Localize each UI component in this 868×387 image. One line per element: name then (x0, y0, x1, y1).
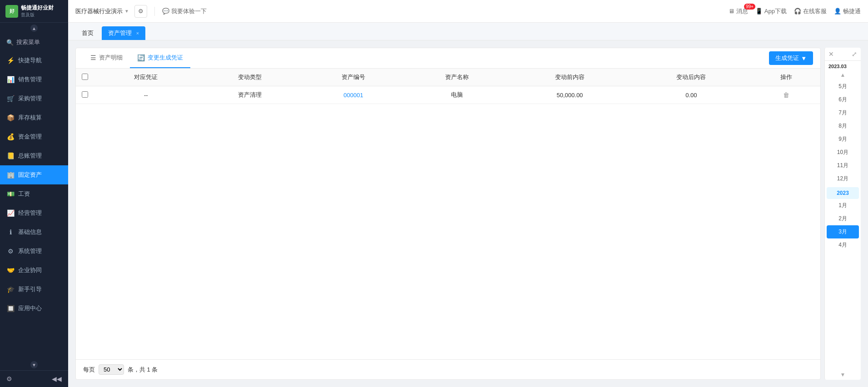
sidebar-logo-text: 畅捷通好业财 普及版 (21, 4, 54, 18)
fixed-assets-icon: 🏢 (6, 171, 15, 179)
date-month-5[interactable]: 5月 (825, 80, 861, 93)
cell-ops: 🗑 (752, 86, 820, 104)
finance-icon: 💰 (6, 133, 15, 140)
sidebar-item-cooperation[interactable]: 🤝 企业协同 (0, 261, 68, 280)
per-page-select[interactable]: 10 20 50 100 (99, 364, 124, 375)
delete-row-button[interactable]: 🗑 (783, 91, 789, 99)
operations-icon: 📈 (6, 209, 15, 217)
col-asset-no: 资产编号 (302, 69, 405, 86)
generate-voucher-label: 生成凭证 (775, 54, 799, 62)
inner-tab-asset-detail[interactable]: ☰ 资产明细 (83, 48, 130, 68)
sidebar-item-label: 快捷导航 (18, 56, 42, 64)
sidebar-item-inventory[interactable]: 📦 库存核算 (0, 108, 68, 127)
sidebar-item-app-center[interactable]: 🔲 应用中心 (0, 299, 68, 318)
feedback-button[interactable]: 💬 我要体验一下 (162, 7, 207, 15)
date-month-list: 5月 6月 7月 8月 9月 10月 11月 12月 2023 1月 2月 3月… (825, 80, 861, 370)
tab-close-button[interactable]: × (136, 30, 139, 36)
customer-service-button[interactable]: 🎧 在线客服 (794, 7, 827, 15)
col-after: 变动后内容 (630, 69, 752, 86)
generate-voucher-button[interactable]: 生成凭证 ▼ (769, 51, 813, 65)
cell-before: 50,000.00 (509, 86, 631, 104)
tab-home[interactable]: 首页 (75, 26, 100, 40)
sidebar-item-label: 总账管理 (18, 152, 42, 160)
date-month-11[interactable]: 11月 (825, 159, 861, 172)
per-page-label: 每页 (83, 366, 95, 374)
date-month-10[interactable]: 10月 (825, 146, 861, 159)
date-scroll-up-button[interactable]: ▲ (825, 70, 861, 80)
ledger-icon: 📒 (6, 152, 15, 159)
date-month-12[interactable]: 12月 (825, 172, 861, 185)
sidebar-item-system[interactable]: ⚙ 系统管理 (0, 242, 68, 261)
row-checkbox[interactable] (82, 91, 88, 98)
date-month-2[interactable]: 2月 (825, 212, 861, 225)
tab-asset-management[interactable]: 资产管理 × (102, 26, 145, 40)
date-month-4[interactable]: 4月 (825, 238, 861, 252)
download-icon: 📱 (755, 8, 763, 15)
sidebar-item-label: 采购管理 (18, 94, 42, 103)
inner-tab-change-voucher[interactable]: 🔄 变更生成凭证 (130, 48, 190, 68)
col-voucher: 对应凭证 (94, 69, 198, 86)
sidebar-item-basic-info[interactable]: ℹ 基础信息 (0, 223, 68, 242)
inner-tabs-actions: 生成凭证 ▼ (769, 51, 813, 65)
sidebar-item-ledger[interactable]: 📒 总账管理 (0, 146, 68, 165)
row-checkbox-cell (76, 86, 94, 104)
date-panel-close-button[interactable]: ✕ (828, 50, 834, 58)
sidebar-item-fixed-assets[interactable]: 🏢 固定资产 (0, 165, 68, 184)
sidebar-item-purchase[interactable]: 🛒 采购管理 (0, 89, 68, 108)
inner-tabs: ☰ 资产明细 🔄 变更生成凭证 生成凭证 ▼ (76, 48, 820, 69)
sidebar-search[interactable]: 🔍 搜索菜单 (0, 34, 68, 51)
quick-nav-icon: ⚡ (6, 57, 15, 64)
user-avatar[interactable]: 👤 畅捷通 (834, 7, 861, 15)
headset-icon: 🎧 (794, 8, 801, 15)
cell-change-type: 资产清理 (198, 86, 301, 104)
table-icon: ☰ (90, 54, 96, 61)
app-download-button[interactable]: 📱 App下载 (755, 7, 787, 15)
date-month-7[interactable]: 7月 (825, 106, 861, 119)
guide-icon: 🎓 (6, 286, 15, 293)
sidebar-item-guide[interactable]: 🎓 新手引导 (0, 280, 68, 299)
date-scroll-down-button[interactable]: ▼ (825, 370, 861, 380)
sidebar-item-label: 企业协同 (18, 266, 42, 274)
total-text: 条，共 1 条 (128, 366, 158, 374)
date-month-1[interactable]: 1月 (825, 199, 861, 212)
date-month-9[interactable]: 9月 (825, 133, 861, 146)
cell-voucher: -- (94, 86, 198, 104)
sidebar-scroll-down[interactable]: ▼ (30, 361, 38, 368)
settings-icon[interactable]: ⚙ (6, 375, 12, 382)
collapse-icon[interactable]: ◀◀ (52, 375, 62, 382)
gear-icon: ⚙ (138, 8, 144, 15)
sidebar-search-label: 搜索菜单 (16, 38, 40, 46)
date-panel-expand-button[interactable]: ⤢ (852, 50, 857, 58)
company-selector[interactable]: 医疗器械行业演示 ▼ (75, 7, 129, 15)
date-month-3[interactable]: 3月 (827, 225, 859, 238)
sidebar-scroll-up[interactable]: ▲ (30, 25, 38, 32)
select-all-cell (76, 69, 94, 86)
sales-icon: 📊 (6, 76, 15, 83)
feedback-label: 我要体验一下 (171, 7, 207, 15)
settings-button[interactable]: ⚙ (134, 5, 147, 18)
col-asset-name: 资产名称 (405, 69, 509, 86)
tab-home-label: 首页 (82, 30, 94, 36)
message-icon: 🖥 (729, 8, 734, 15)
divider (154, 7, 155, 16)
inner-tab-asset-detail-label: 资产明细 (99, 54, 123, 62)
chevron-down-icon: ▼ (124, 9, 129, 14)
sidebar-item-salary[interactable]: 💵 工资 (0, 184, 68, 203)
select-all-checkbox[interactable] (82, 74, 88, 80)
date-month-8[interactable]: 8月 (825, 119, 861, 133)
main-card: ☰ 资产明细 🔄 变更生成凭证 生成凭证 ▼ (75, 48, 821, 380)
sidebar-item-operations[interactable]: 📈 经营管理 (0, 203, 68, 223)
sidebar-item-sales[interactable]: 📊 销售管理 (0, 70, 68, 89)
topbar: 医疗器械行业演示 ▼ ⚙ 💬 我要体验一下 🖥 消息 99+ 📱 App下载 🎧… (68, 0, 868, 23)
date-month-6[interactable]: 6月 (825, 93, 861, 106)
message-button[interactable]: 🖥 消息 99+ (729, 7, 748, 15)
sidebar-item-label: 系统管理 (18, 247, 42, 255)
cell-after: 0.00 (630, 86, 752, 104)
sidebar-item-finance[interactable]: 💰 资金管理 (0, 127, 68, 146)
feedback-icon: 💬 (162, 8, 169, 15)
sidebar-nav: ⚡ 快捷导航 📊 销售管理 🛒 采购管理 📦 库存核算 💰 资金管理 📒 总账管… (0, 51, 68, 359)
salary-icon: 💵 (6, 190, 15, 198)
sidebar-item-quick-nav[interactable]: ⚡ 快捷导航 (0, 51, 68, 70)
inner-tab-change-voucher-label: 变更生成凭证 (148, 54, 183, 62)
date-year-2023[interactable]: 2023 (827, 187, 859, 199)
